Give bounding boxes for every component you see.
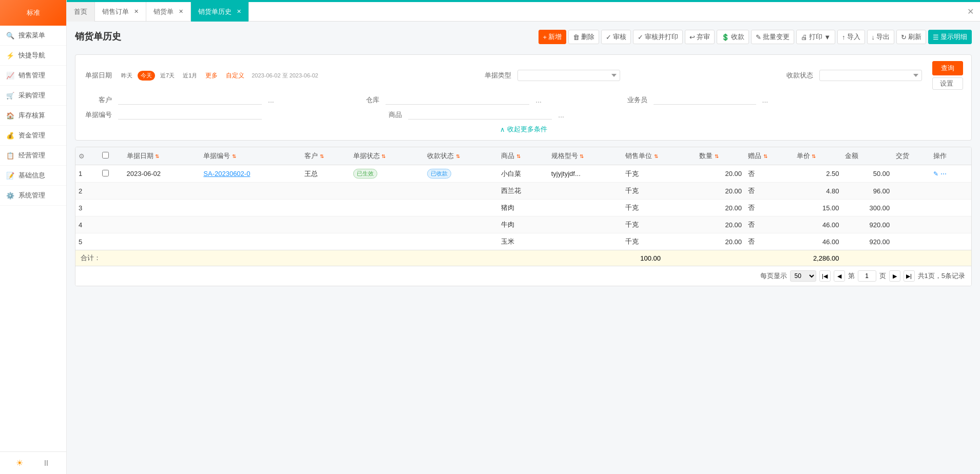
cell-pay-status	[424, 216, 498, 233]
last-page-button[interactable]: ▶|	[904, 270, 915, 282]
customer-input[interactable]	[118, 95, 262, 105]
sidebar-item-label: 采购管理	[18, 91, 45, 100]
first-page-button[interactable]: |◀	[819, 270, 831, 282]
filter-row-3: 单据编号 商品 ...	[84, 110, 963, 120]
batch-change-icon: ✎	[756, 33, 761, 41]
tab-sales-goods[interactable]: 销货单 ✕	[146, 2, 191, 22]
cell-date: 2023-06-02	[124, 165, 201, 183]
col-gift[interactable]: 赠品 ⇅	[745, 147, 794, 165]
date-pill-1month[interactable]: 近1月	[180, 71, 200, 81]
doc-status-badge: 已生效	[353, 169, 377, 179]
cell-gift: 否	[745, 200, 794, 216]
tab-home[interactable]: 首页	[67, 2, 95, 22]
staff-dots[interactable]: ...	[762, 96, 768, 104]
col-customer[interactable]: 客户 ⇅	[301, 147, 350, 165]
cell-actions	[930, 216, 971, 233]
pay-status-select[interactable]	[819, 70, 922, 81]
sidebar-item-inventory-calc[interactable]: 🏠 库存核算	[0, 106, 66, 126]
cell-actions	[930, 233, 971, 250]
cell-trade	[893, 165, 930, 183]
export-button[interactable]: ↓ 导出	[867, 30, 895, 44]
doc-no-link[interactable]: SA-20230602-0	[203, 170, 250, 177]
staff-input[interactable]	[654, 95, 756, 105]
sidebar-item-quick-nav[interactable]: ⚡ 快捷导航	[0, 46, 66, 66]
data-table: ⚙ 单据日期 ⇅ 单据编号 ⇅ 客户 ⇅	[75, 147, 971, 250]
cell-doc-no	[200, 216, 301, 233]
cell-unit: 千克	[622, 216, 696, 233]
tab-sales-goods-history[interactable]: 销货单历史 ✕	[191, 2, 249, 22]
query-button[interactable]: 查询	[932, 61, 963, 75]
tab-sales-goods-history-close[interactable]: ✕	[237, 8, 241, 15]
doc-num-input[interactable]	[118, 110, 262, 120]
add-button[interactable]: + 新增	[539, 30, 567, 44]
date-pill-custom[interactable]: 自定义	[223, 70, 247, 81]
refresh-button[interactable]: ↻ 刷新	[896, 30, 926, 44]
show-detail-button[interactable]: ☰ 显示明细	[928, 30, 972, 44]
page-number-input[interactable]	[858, 270, 876, 282]
cell-customer	[301, 216, 350, 233]
sidebar-item-sys-mgmt[interactable]: ⚙️ 系统管理	[0, 186, 66, 206]
brand-label: 标准	[27, 8, 40, 17]
type-select[interactable]	[517, 70, 620, 81]
sidebar-sun-icon[interactable]: ☀	[16, 458, 23, 468]
setting-button[interactable]: 设置	[932, 77, 963, 90]
sidebar-pause-icon[interactable]: ⏸	[42, 459, 50, 468]
print-button[interactable]: 🖨 打印 ▼	[796, 30, 835, 44]
tab-bar: 首页 销售订单 ✕ 销货单 ✕ 销货单历史 ✕ ✕	[67, 2, 980, 22]
cell-num: 5	[75, 233, 99, 250]
goods-input[interactable]	[408, 110, 552, 120]
collapse-button[interactable]: ∧ 收起更多条件	[84, 125, 963, 134]
col-date[interactable]: 单据日期 ⇅	[124, 147, 201, 165]
date-pill-yesterday[interactable]: 昨天	[118, 71, 136, 81]
col-doc-no[interactable]: 单据编号 ⇅	[200, 147, 301, 165]
date-pill-more[interactable]: 更多	[202, 70, 221, 81]
filter-row-1: 单据日期 昨天 今天 近7天 近1月 更多 自定义 2023-06-02 至 2…	[84, 61, 963, 90]
col-unit[interactable]: 销售单位 ⇅	[622, 147, 696, 165]
col-actions: 操作	[930, 147, 971, 165]
col-goods[interactable]: 商品 ⇅	[498, 147, 548, 165]
col-gear[interactable]: ⚙	[75, 147, 99, 165]
select-all-checkbox[interactable]	[102, 152, 109, 159]
warehouse-dots[interactable]: ...	[535, 96, 542, 104]
row-more-icon[interactable]: ⋯	[940, 170, 947, 177]
col-doc-status[interactable]: 单据状态 ⇅	[350, 147, 424, 165]
review-button[interactable]: ✓ 审核	[601, 30, 631, 44]
import-button[interactable]: ↑ 导入	[837, 30, 865, 44]
goods-dots[interactable]: ...	[558, 111, 564, 119]
col-pay-status[interactable]: 收款状态 ⇅	[424, 147, 498, 165]
row-checkbox[interactable]	[102, 170, 109, 176]
sidebar-item-search-menu[interactable]: 🔍 搜索菜单	[0, 26, 66, 46]
cell-num: 1	[75, 165, 99, 183]
tab-bar-close-all[interactable]: ✕	[967, 7, 974, 16]
collect-button[interactable]: 💲 收款	[717, 30, 749, 44]
batch-change-button[interactable]: ✎ 批量变更	[751, 30, 794, 44]
per-page-select[interactable]: 50 100 200	[790, 270, 816, 282]
customer-dots[interactable]: ...	[268, 96, 274, 104]
abandon-button[interactable]: ↩ 弃审	[685, 30, 715, 44]
next-page-button[interactable]: ▶	[889, 270, 900, 282]
tab-sales-goods-close[interactable]: ✕	[179, 8, 183, 15]
delete-button[interactable]: 🗑 删除	[568, 30, 599, 44]
col-gear-icon[interactable]: ⚙	[79, 152, 85, 160]
warehouse-input[interactable]	[386, 95, 529, 105]
col-spec[interactable]: 规格型号 ⇅	[548, 147, 622, 165]
sidebar-item-purchase-mgmt[interactable]: 🛒 采购管理	[0, 86, 66, 106]
sidebar-item-ops-mgmt[interactable]: 📋 经营管理	[0, 146, 66, 166]
col-qty[interactable]: 数量 ⇅	[696, 147, 745, 165]
review-print-button[interactable]: ✓ 审核并打印	[633, 30, 683, 44]
col-price[interactable]: 单价 ⇅	[794, 147, 842, 165]
tab-sales-order-close[interactable]: ✕	[134, 8, 139, 15]
row-edit-icon[interactable]: ✎	[933, 170, 938, 177]
sidebar-item-sales-mgmt[interactable]: 📈 销售管理	[0, 66, 66, 86]
sidebar-item-finance-mgmt[interactable]: 💰 资金管理	[0, 126, 66, 146]
prev-page-button[interactable]: ◀	[834, 270, 845, 282]
cell-doc-status: 已生效	[350, 165, 424, 183]
tab-sales-order[interactable]: 销售订单 ✕	[95, 2, 146, 22]
date-pill-today[interactable]: 今天	[138, 71, 155, 81]
col-trade-label: 交货	[896, 152, 909, 160]
sidebar-item-basic-info[interactable]: 📝 基础信息	[0, 166, 66, 186]
col-checkbox	[99, 147, 124, 165]
date-pill-7days[interactable]: 近7天	[157, 71, 178, 81]
cell-trade	[893, 200, 930, 216]
cell-price: 2.50	[794, 165, 842, 183]
